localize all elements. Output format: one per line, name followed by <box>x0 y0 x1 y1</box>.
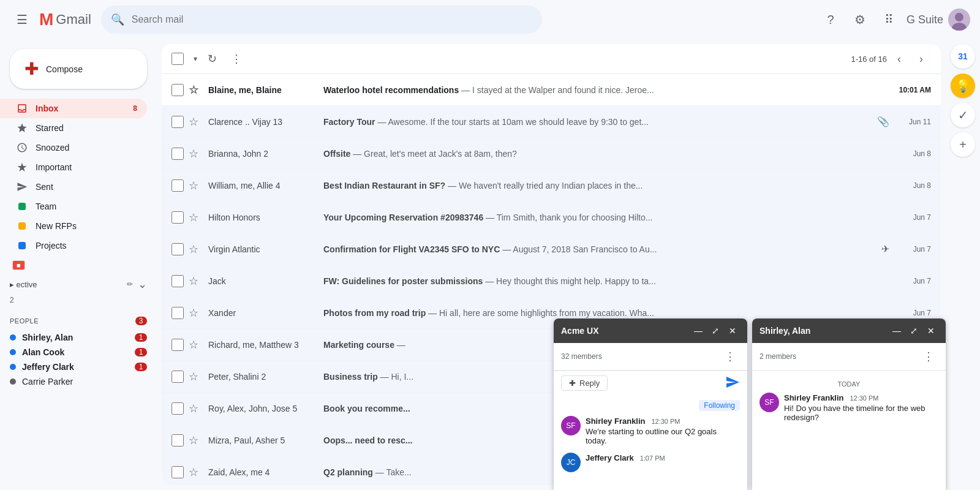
people-header: People 3 <box>10 317 147 325</box>
search-input[interactable] <box>132 14 532 25</box>
newrfps-label-icon <box>16 222 28 230</box>
email-row[interactable]: ☆ Jack FW: Guidelines for poster submiss… <box>162 265 941 297</box>
person-item-alan-cook[interactable]: Alan Cook 1 <box>10 345 147 360</box>
sidebar-item-projects[interactable]: Projects <box>0 236 147 255</box>
email-sender-9: Peter, Shalini 2 <box>208 372 318 382</box>
person-item-jeffery-clark[interactable]: Jeffery Clark 1 <box>10 360 147 374</box>
email-checkbox-9[interactable] <box>172 371 184 383</box>
email-snippet-3: — We haven't really tried any Indian pla… <box>445 181 643 190</box>
compose-button[interactable]: ✚ Compose <box>10 49 147 89</box>
tasks-icon[interactable]: ✓ <box>951 103 975 127</box>
email-checkbox-5[interactable] <box>172 243 184 255</box>
apps-icon[interactable]: ⠿ <box>877 7 902 32</box>
inbox-badge: 8 <box>133 104 137 113</box>
email-row[interactable]: ☆ Clarence .. Vijay 13 Factory Tour — Aw… <box>162 106 941 138</box>
email-row[interactable]: ☆ Blaine, me, Blaine Waterloo hotel reco… <box>162 74 941 106</box>
email-checkbox-7[interactable] <box>172 307 184 319</box>
next-page-icon[interactable]: › <box>911 49 931 69</box>
chat-minimize-acme[interactable]: — <box>691 323 706 338</box>
person-name-shirley-alan: Shirley, Alan <box>22 333 135 342</box>
people-label: People <box>10 317 39 325</box>
star-icon-9[interactable]: ☆ <box>189 370 203 383</box>
star-icon-3[interactable]: ☆ <box>189 179 203 192</box>
star-icon-12[interactable]: ☆ <box>189 466 203 479</box>
search-icon: 🔍 <box>111 13 124 26</box>
active-collapse-icon[interactable]: ⌄ <box>138 277 147 291</box>
inbox-icon <box>16 103 28 114</box>
email-checkbox-12[interactable] <box>172 466 184 478</box>
chat-close-acme[interactable]: ✕ <box>725 323 740 338</box>
email-checkbox-10[interactable] <box>172 402 184 415</box>
chat-close-shirley[interactable]: ✕ <box>924 323 938 338</box>
star-icon-1[interactable]: ☆ <box>189 115 203 129</box>
sidebar-item-more[interactable]: ■ <box>0 255 147 275</box>
prev-page-icon[interactable]: ‹ <box>889 49 909 69</box>
sidebar-item-sent[interactable]: Sent <box>0 177 147 197</box>
chat-subheader-acme: 32 members ⋮ <box>554 343 747 371</box>
add-panel-icon[interactable]: + <box>951 132 975 157</box>
svg-point-1 <box>955 13 963 21</box>
more-options-icon[interactable]: ⋮ <box>227 49 246 69</box>
select-all-checkbox[interactable] <box>172 53 184 65</box>
menu-icon[interactable]: ☰ <box>10 7 34 32</box>
help-icon[interactable]: ? <box>818 7 843 32</box>
email-checkbox-0[interactable] <box>172 84 184 96</box>
star-icon-11[interactable]: ☆ <box>189 434 203 447</box>
chat-expand-shirley[interactable]: ⤢ <box>907 323 921 338</box>
email-row[interactable]: ☆ Virgin Atlantic Confirmation for Fligh… <box>162 233 941 265</box>
email-checkbox-6[interactable] <box>172 275 184 287</box>
email-sender-6: Jack <box>208 276 318 286</box>
snoozed-icon <box>16 142 28 153</box>
chat-members-acme: 32 members <box>561 352 602 361</box>
lightbulb-icon[interactable]: 💡 <box>951 74 975 98</box>
sidebar-item-newrfps[interactable]: New RFPs <box>0 216 147 236</box>
chat-more-acme[interactable]: ⋮ <box>720 347 740 366</box>
email-row[interactable]: ☆ William, me, Allie 4 Best Indian Resta… <box>162 170 941 202</box>
email-checkbox-8[interactable] <box>172 339 184 351</box>
chat-footer-acme[interactable]: ✚ Reply <box>554 371 747 395</box>
email-checkbox-2[interactable] <box>172 148 184 160</box>
email-meta-7: Jun 7 <box>894 309 931 317</box>
person-item-carrie-parker[interactable]: Carrie Parker <box>10 374 147 389</box>
star-icon-8[interactable]: ☆ <box>189 338 203 352</box>
email-content-7: Photos from my road trip — Hi all, here … <box>323 308 889 318</box>
refresh-icon[interactable]: ↻ <box>202 49 222 69</box>
email-row[interactable]: ☆ Hilton Honors Your Upcoming Reservatio… <box>162 202 941 233</box>
calendar-icon[interactable]: 31 <box>951 44 975 69</box>
dropdown-arrow-icon[interactable]: ▾ <box>194 55 197 63</box>
email-checkbox-3[interactable] <box>172 179 184 192</box>
person-dot-carrie <box>10 379 16 385</box>
email-time-1: Jun 11 <box>894 118 931 126</box>
email-checkbox-11[interactable] <box>172 434 184 447</box>
email-checkbox-4[interactable] <box>172 211 184 224</box>
active-label: ▸ ective <box>10 280 37 289</box>
email-checkbox-1[interactable] <box>172 116 184 128</box>
sidebar-item-team[interactable]: Team <box>0 197 147 216</box>
email-content-2: Offsite — Great, let's meet at Jack's at… <box>323 149 889 159</box>
active-edit-icon[interactable]: ✏ <box>127 280 133 288</box>
sidebar-item-snoozed[interactable]: Snoozed <box>0 138 147 157</box>
search-bar[interactable]: 🔍 <box>101 6 542 34</box>
avatar[interactable] <box>948 9 970 31</box>
star-icon-5[interactable]: ☆ <box>189 243 203 256</box>
star-icon-4[interactable]: ☆ <box>189 211 203 224</box>
star-icon-0[interactable]: ☆ <box>189 83 203 97</box>
email-row[interactable]: ☆ Brianna, John 2 Offsite — Great, let's… <box>162 138 941 170</box>
star-icon-6[interactable]: ☆ <box>189 274 203 288</box>
sidebar-item-starred[interactable]: Starred <box>0 118 147 138</box>
chat-avatar-jeffery-acme: JC <box>561 453 581 472</box>
chat-title-shirley: Shirley, Alan <box>760 326 810 336</box>
star-icon-2[interactable]: ☆ <box>189 147 203 160</box>
sidebar-item-inbox[interactable]: Inbox 8 <box>0 99 147 118</box>
send-button-acme[interactable] <box>725 375 740 391</box>
person-item-shirley-alan[interactable]: Shirley, Alan 1 <box>10 330 147 345</box>
chat-minimize-shirley[interactable]: — <box>889 323 904 338</box>
reply-button-acme[interactable]: ✚ Reply <box>561 375 608 391</box>
star-icon-10[interactable]: ☆ <box>189 402 203 415</box>
chat-expand-acme[interactable]: ⤢ <box>708 323 723 338</box>
star-icon-7[interactable]: ☆ <box>189 306 203 320</box>
sidebar-item-important[interactable]: Important <box>0 157 147 177</box>
chat-more-shirley[interactable]: ⋮ <box>919 347 938 366</box>
person-dot-shirley <box>10 334 16 341</box>
settings-icon[interactable]: ⚙ <box>848 7 872 32</box>
